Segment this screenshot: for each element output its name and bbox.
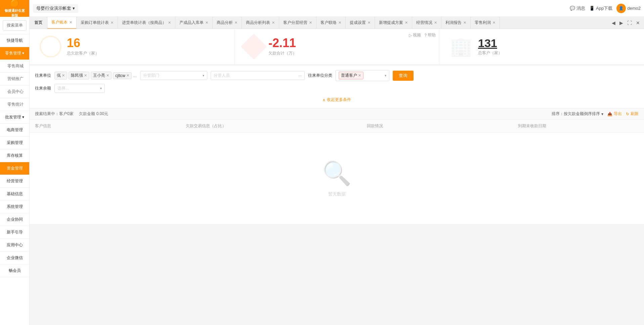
tab-close-icon[interactable]: ✕	[111, 21, 114, 25]
tab-product-analysis-list[interactable]: 商品分析列表 ✕	[242, 17, 279, 29]
tab-close-icon[interactable]: ✕	[492, 21, 496, 25]
tab-home[interactable]: 首页	[30, 17, 47, 29]
export-icon: 📤	[607, 112, 612, 116]
tab-close-icon[interactable]: ✕	[338, 21, 341, 25]
help-link[interactable]: ? 帮助	[424, 32, 436, 38]
data-table: 客户信息 欠款交易信息（占比） 回款情况 到期未收款日期 🔍 暂无数据	[30, 120, 644, 224]
stat-label-customers: 总欠款客户（家）	[67, 50, 99, 56]
app-download-button[interactable]: 📱 App下载	[589, 5, 612, 11]
unit-tag-3-remove[interactable]: ✕	[126, 73, 129, 78]
unit-tags-container: 佤 ✕ 陈民强 ✕ 王小亮 ✕ cjttcw ✕ ...	[54, 72, 137, 79]
unit-tag-2-remove[interactable]: ✕	[106, 73, 109, 78]
collapse-row: ∧ 收起更多条件	[35, 96, 639, 104]
tab-product-analysis[interactable]: 商品分析 ✕	[213, 17, 242, 29]
refresh-button[interactable]: ↻ 刷新	[626, 111, 639, 117]
empty-state: 🔍 暂无数据	[30, 133, 644, 224]
tab-close-icon[interactable]: ✕	[69, 20, 72, 25]
person-filter-select[interactable]: 分管人员 ···	[211, 71, 305, 80]
tab-close-icon[interactable]: ✕	[434, 21, 437, 25]
balance-filter-select[interactable]: 选择... ▾	[54, 84, 105, 93]
sidebar-item-wholesale[interactable]: 批发管理 ▾	[0, 111, 29, 124]
tab-purchase-order-stats[interactable]: 采购订单统计表 ✕	[77, 17, 118, 29]
sidebar-item-retail-stats[interactable]: 零售统计	[0, 98, 29, 111]
filter-row-2: 往来余额 选择... ▾	[35, 84, 639, 93]
sidebar-item-retail-mall[interactable]: 零售商城	[0, 60, 29, 73]
sidebar-item-member2[interactable]: 畅会员	[0, 264, 29, 277]
sidebar-item-corp-wechat[interactable]: 企业微信	[0, 252, 29, 264]
tab-close-icon[interactable]: ✕	[272, 21, 275, 25]
collapse-button[interactable]: ∧ 收起更多条件	[321, 96, 352, 104]
unit-tag-0-remove[interactable]: ✕	[62, 73, 65, 78]
tab-close-icon[interactable]: ✕	[405, 21, 408, 25]
user-menu[interactable]: 👤 demo2	[616, 4, 641, 13]
result-text: 搜索结果中：客户0家 欠款金额 0.00元	[35, 111, 108, 117]
download-icon: 📱	[589, 6, 595, 11]
tab-close-icon[interactable]: ✕	[309, 21, 312, 25]
unit-tags-more[interactable]: ...	[133, 73, 137, 78]
tab-commission-settings[interactable]: 提成设置 ✕	[346, 17, 375, 29]
sort-label: 排序：按欠款金额倒序排序	[552, 111, 600, 117]
tab-add-commission[interactable]: 新增提成方案 ✕	[375, 17, 412, 29]
tab-customer-contact[interactable]: 客户联络 ✕	[316, 17, 346, 29]
tab-scroll-right-icon[interactable]: ▶	[618, 20, 625, 26]
topbar-left: 母婴行业演示帐套 ▾	[33, 4, 78, 13]
tab-profit-report[interactable]: 利润报告 ✕	[441, 17, 471, 29]
messages-button[interactable]: 💬 消息	[570, 5, 585, 11]
tab-maximize-icon[interactable]: ⛶	[626, 20, 633, 26]
stats-row: 16 总欠款客户（家） -2.11 欠款合计（万） ▷ 视频 ?	[30, 29, 644, 65]
sort-select[interactable]: 排序：按欠款金额倒序排序 ▾	[552, 111, 603, 117]
tab-close-icon[interactable]: ✕	[368, 21, 371, 25]
tab-customer-tier[interactable]: 客户分层经营 ✕	[279, 17, 316, 29]
unit-type-tag-remove[interactable]: ✕	[358, 73, 361, 78]
sidebar-item-ecommerce[interactable]: 电商管理	[0, 124, 29, 137]
app-logo: 🟠 畅捷通好生意 标版	[0, 0, 29, 17]
tab-retail-profit[interactable]: 零售利润 ✕	[471, 17, 500, 29]
balance-filter-label: 往来余额	[35, 85, 51, 91]
filter-row-1: 往来单位 佤 ✕ 陈民强 ✕ 王小亮 ✕ cjttcw	[35, 70, 639, 81]
sidebar-item-purchase[interactable]: 采购管理	[0, 137, 29, 149]
unit-type-select[interactable]: 普通客户 ✕ ▾	[336, 70, 389, 81]
col-header-customer: 客户信息	[35, 123, 186, 129]
sidebar-item-finance[interactable]: 资金管理	[0, 162, 29, 175]
tab-close-icon[interactable]: ✕	[463, 21, 466, 25]
sidebar-item-inventory[interactable]: 库存核算	[0, 149, 29, 162]
sidebar-item-retail-mgmt[interactable]: 零售管理 ▾	[0, 47, 29, 60]
tab-close-icon[interactable]: ✕	[168, 21, 171, 25]
search-menu-button[interactable]: 搜索菜单	[3, 20, 27, 31]
stat-value-customers: 16	[67, 37, 99, 49]
query-button[interactable]: 查询	[393, 71, 414, 81]
tab-stock-stats-product[interactable]: 进货单统计表（按商品） ✕	[118, 17, 175, 29]
sidebar-item-system[interactable]: 系统管理	[0, 201, 29, 213]
tab-product-inbound[interactable]: 产成品入库单 ✕	[175, 17, 213, 29]
topbar-right: 💬 消息 📱 App下载 👤 demo2	[570, 4, 641, 13]
chevron-up-icon: ∧	[323, 98, 326, 102]
sidebar-item-basic-info[interactable]: 基础信息	[0, 188, 29, 201]
sidebar-item-member[interactable]: 会员中心	[0, 85, 29, 98]
export-button[interactable]: 📤 导出	[607, 111, 622, 117]
topbar: 母婴行业演示帐套 ▾ 💬 消息 📱 App下载 👤 demo2	[30, 0, 644, 17]
sidebar-item-operations[interactable]: 经营管理	[0, 175, 29, 188]
unit-tag-1-remove[interactable]: ✕	[84, 73, 87, 78]
dept-filter-select[interactable]: 分管部门 ▾	[140, 71, 207, 80]
unit-type-label: 往来单位分类	[308, 73, 332, 78]
account-selector[interactable]: 母婴行业演示帐套 ▾	[33, 4, 78, 13]
col-header-repay: 回款情况	[367, 123, 518, 129]
stat-help-actions: ▷ 视频 ? 帮助	[409, 32, 436, 38]
sidebar: 🟠 畅捷通好生意 标版 搜索菜单 快捷导航 零售管理 ▾ 零售商城 营销推广 会…	[0, 0, 30, 325]
sidebar-item-marketing[interactable]: 营销推广	[0, 73, 29, 85]
tab-scroll-left-icon[interactable]: ◀	[610, 20, 617, 26]
tab-close-all-icon[interactable]: ✕	[635, 20, 641, 26]
sidebar-item-newbie[interactable]: 新手引导	[0, 226, 29, 239]
unit-filter-label: 往来单位	[35, 73, 51, 78]
sidebar-item-quick-nav[interactable]: 快捷导航	[0, 34, 29, 47]
unit-tag-1: 陈民强 ✕	[69, 72, 89, 79]
stat-value-total: 131	[478, 37, 502, 49]
sidebar-item-corp-collab[interactable]: 企业协同	[0, 213, 29, 226]
tab-operations[interactable]: 经营情况 ✕	[412, 17, 441, 29]
video-help-link[interactable]: ▷ 视频	[409, 32, 421, 38]
tab-close-icon[interactable]: ✕	[234, 21, 238, 25]
tab-customer-ledger[interactable]: 客户账本 ✕	[47, 17, 77, 29]
tab-close-icon[interactable]: ✕	[205, 21, 208, 25]
stat-info-customers: 16 总欠款客户（家）	[67, 37, 99, 56]
sidebar-item-app-center[interactable]: 应用中心	[0, 239, 29, 252]
